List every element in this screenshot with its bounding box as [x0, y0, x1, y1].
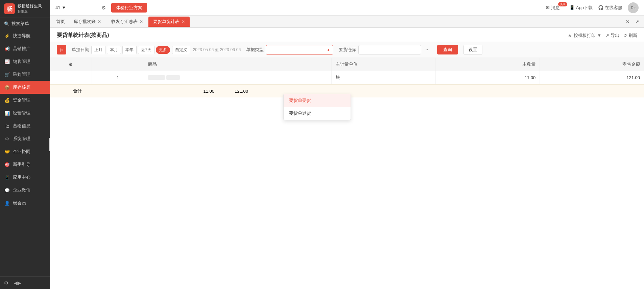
logo-name: 畅捷通好生意 — [18, 4, 42, 9]
sidebar-item-corp-wechat[interactable]: 💬企业微信 — [0, 184, 50, 197]
tab-close-all-icon[interactable]: ✕ — [624, 18, 632, 26]
table-settings-icon[interactable]: ⚙ — [69, 62, 73, 67]
export-icon: ↗ — [605, 33, 609, 38]
date-btn-last-month[interactable]: 上月 — [91, 46, 105, 54]
th-num — [92, 58, 144, 71]
table-row: 1 块 11.00 121.00 — [50, 71, 644, 84]
tab-inventory-batch-close[interactable]: ✕ — [98, 19, 101, 24]
tab-order-stats[interactable]: 要货单统计表 ✕ — [148, 17, 190, 27]
settings-icon[interactable]: ⚙ — [4, 280, 8, 286]
data-table: ⚙ 商品 主计量单位 主数量 零售金额 1 — [50, 58, 644, 84]
customer-service-button[interactable]: 🎧 在线客服 — [598, 5, 622, 11]
date-btn-more[interactable]: 更多 — [156, 46, 170, 54]
tab-home-label: 首页 — [56, 19, 65, 25]
sidebar-nav: ⚡快捷导航📢营销推广📈销售管理🛒采购管理📦库存核算💰资金管理📊经营管理🗂基础信息… — [0, 29, 50, 276]
user-avatar[interactable]: Rit — [628, 2, 639, 13]
filter-expand-button[interactable]: ▷ — [57, 45, 66, 54]
table-settings-button[interactable]: 设置 — [463, 45, 482, 55]
export-label: 导出 — [611, 32, 619, 39]
refresh-icon: ↺ — [623, 33, 627, 38]
nav-label-finance: 资金管理 — [13, 97, 30, 103]
sidebar-item-basic-info[interactable]: 🗂基础信息 — [0, 119, 50, 132]
sidebar-item-sys-mgmt[interactable]: ⚙系统管理 — [0, 132, 50, 145]
query-button[interactable]: 查询 — [437, 45, 458, 54]
type-dropdown: 要货单要货 要货单退货 — [283, 94, 351, 120]
nav-label-inventory: 库存核算 — [13, 84, 30, 90]
phone-icon: 📱 — [569, 5, 575, 10]
topbar-gear-icon[interactable]: ⚙ — [101, 5, 106, 11]
td-num: 1 — [92, 71, 144, 84]
nav-icon-quick-nav: ⚡ — [4, 34, 10, 39]
collapse-icon[interactable]: ◀▶ — [14, 280, 21, 286]
sidebar-item-new-guide[interactable]: 🎯新手引导 — [0, 158, 50, 171]
dropdown-item-order-goods[interactable]: 要货单要货 — [284, 94, 351, 107]
page-header: 要货单统计表(按商品) 🖨 按模板打印 ▼ ↗ 导出 ↺ 刷新 — [50, 28, 644, 42]
app-download-label: App下载 — [576, 5, 593, 11]
sidebar-item-finance[interactable]: 💰资金管理 — [0, 94, 50, 107]
nav-icon-basic-info: 🗂 — [4, 124, 10, 129]
sidebar-item-marketing[interactable]: 📢营销推广 — [0, 42, 50, 55]
sidebar: 畅 畅捷通好生意 标准版 🔍 搜索菜单 ⚡快捷导航📢营销推广📈销售管理🛒采购管理… — [0, 0, 50, 289]
message-icon: ✉ — [546, 5, 550, 10]
filter-bar: ▷ 单据日期 上月 本月 本年 近7天 更多 自定义 2023-05-06 至 … — [50, 42, 644, 58]
refresh-label: 刷新 — [628, 32, 637, 39]
warehouse-filter-label: 要货仓库 — [339, 47, 356, 53]
warehouse-input[interactable] — [358, 45, 421, 54]
sidebar-item-purchase-mgmt[interactable]: 🛒采购管理 — [0, 68, 50, 81]
sidebar-logo: 畅 畅捷通好生意 标准版 — [0, 0, 50, 18]
th-settings[interactable]: ⚙ — [50, 58, 92, 71]
search-icon: 🔍 — [4, 21, 9, 26]
nav-label-sys-mgmt: 系统管理 — [13, 136, 30, 142]
nav-icon-operations: 📊 — [4, 111, 10, 116]
logo-icon: 畅 — [4, 3, 15, 14]
sidebar-item-quick-nav[interactable]: ⚡快捷导航 — [0, 29, 50, 42]
tab-receive-send-close[interactable]: ✕ — [140, 19, 143, 24]
date-filter-label: 单据日期 — [72, 47, 89, 53]
th-qty: 主数量 — [435, 58, 540, 71]
type-filter-label: 单据类型 — [246, 47, 264, 53]
sidebar-search[interactable]: 🔍 搜索菜单 — [0, 18, 50, 29]
tab-receive-send-label: 收发存汇总表 — [111, 19, 138, 25]
td-amount: 121.00 — [540, 71, 644, 84]
export-button[interactable]: ↗ 导出 — [605, 32, 619, 39]
app-download-button[interactable]: 📱 App下载 — [569, 5, 593, 11]
nav-icon-app-center: 📱 — [4, 175, 10, 180]
tab-order-stats-close[interactable]: ✕ — [182, 19, 185, 24]
sidebar-bottom: ⚙ ◀▶ — [0, 276, 50, 289]
tab-expand-icon[interactable]: ⤢ — [633, 18, 641, 26]
sidebar-item-enterprise[interactable]: 🤝企业协同 — [0, 145, 50, 158]
sidebar-item-inventory[interactable]: 📦库存核算 — [0, 81, 50, 94]
th-amount: 零售金额 — [540, 58, 644, 71]
sidebar-item-membership[interactable]: 👤畅会员 — [0, 197, 50, 209]
date-btn-7days[interactable]: 近7天 — [138, 46, 154, 54]
date-btn-this-year[interactable]: 本年 — [122, 46, 137, 54]
sidebar-item-app-center[interactable]: 📱应用中心 — [0, 171, 50, 184]
type-select-box[interactable]: ▲ — [266, 45, 333, 54]
content-area: 要货单统计表(按商品) 🖨 按模板打印 ▼ ↗ 导出 ↺ 刷新 ▷ — [50, 28, 644, 289]
nav-label-new-guide: 新手引导 — [13, 161, 30, 168]
total-amount: 121.00 — [214, 89, 248, 94]
message-button[interactable]: ✉ 消息 99+ — [546, 5, 564, 11]
table-wrap: ⚙ 商品 主计量单位 主数量 零售金额 1 — [50, 58, 644, 84]
tab-home[interactable]: 首页 — [53, 17, 68, 27]
nav-label-app-center: 应用中心 — [13, 174, 30, 180]
td-settings — [50, 71, 92, 84]
store-selector[interactable]: 41 ▼ — [55, 5, 96, 10]
sidebar-item-sales-mgmt[interactable]: 📈销售管理 — [0, 55, 50, 68]
total-qty: 11.00 — [181, 89, 214, 94]
nav-icon-marketing: 📢 — [4, 46, 10, 51]
dropdown-item-order-return[interactable]: 要货单退货 — [284, 107, 351, 120]
nav-label-basic-info: 基础信息 — [13, 123, 30, 129]
tab-receive-send[interactable]: 收发存汇总表 ✕ — [106, 17, 148, 27]
date-filter-group: 单据日期 上月 本月 本年 近7天 更多 自定义 2023-05-06 至 20… — [72, 46, 241, 54]
more-filter-button[interactable]: ··· — [423, 46, 432, 53]
print-template-button[interactable]: 🖨 按模板打印 ▼ — [568, 32, 601, 39]
service-icon: 🎧 — [598, 5, 603, 10]
date-custom-button[interactable]: 自定义 — [172, 46, 190, 54]
trial-button[interactable]: 体验行业方案 — [111, 3, 147, 13]
sidebar-item-operations[interactable]: 📊经营管理 — [0, 107, 50, 119]
tab-inventory-batch[interactable]: 库存批次账 ✕ — [69, 17, 106, 27]
refresh-button[interactable]: ↺ 刷新 — [623, 32, 637, 39]
date-btn-this-month[interactable]: 本月 — [107, 46, 121, 54]
type-filter-group: 单据类型 ▲ — [246, 45, 333, 54]
